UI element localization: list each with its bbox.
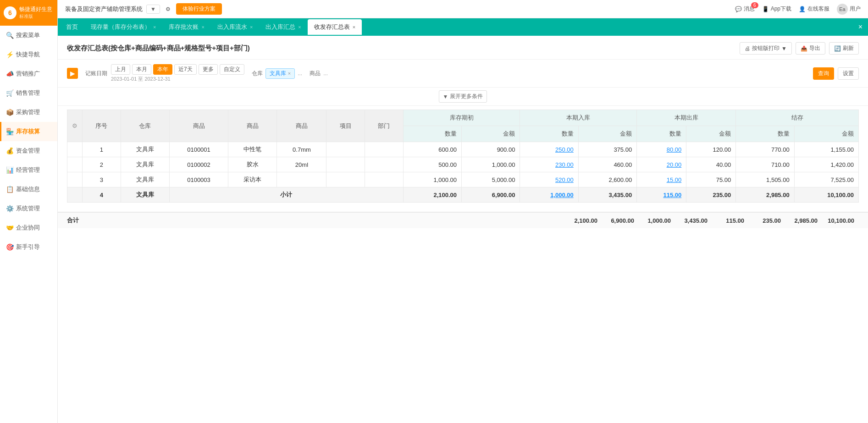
subtotal-close-amt: 10,100.00 bbox=[794, 187, 858, 203]
col-group-in: 本期入库 bbox=[520, 110, 637, 126]
message-badge: 6 bbox=[751, 2, 758, 8]
phone-icon: 📱 bbox=[762, 6, 769, 12]
cell-in-qty[interactable]: 520.00 bbox=[520, 172, 578, 187]
cell-code: 0100002 bbox=[170, 157, 228, 172]
print-icon: 🖨 bbox=[745, 45, 750, 52]
expand-conditions-button[interactable]: ▼ 展开更多条件 bbox=[439, 90, 487, 103]
warehouse-label: 仓库 bbox=[252, 70, 263, 77]
cell-project bbox=[326, 157, 365, 172]
settings-button[interactable]: ⚙ bbox=[164, 4, 172, 14]
cell-dept bbox=[365, 142, 404, 157]
sidebar-item-label: 快捷导航 bbox=[16, 50, 40, 59]
sidebar-item-collab[interactable]: 🤝 企业协同 bbox=[0, 218, 57, 237]
store-icon: 🏪 bbox=[6, 128, 13, 135]
logo-sub: 标准版 bbox=[19, 13, 52, 20]
cell-no: 1 bbox=[83, 142, 121, 157]
sidebar-item-search[interactable]: 🔍 搜索菜单 bbox=[0, 26, 57, 45]
cell-out-qty[interactable]: 15.00 bbox=[637, 172, 686, 187]
date-btn-more[interactable]: 更多 bbox=[199, 64, 218, 75]
warehouse-tag-close[interactable]: × bbox=[288, 71, 291, 76]
sidebar-item-finance[interactable]: 💰 资金管理 bbox=[0, 141, 57, 160]
sidebar-item-purchase[interactable]: 📦 采购管理 bbox=[0, 103, 57, 122]
sidebar-item-sales[interactable]: 🛒 销售管理 bbox=[0, 83, 57, 103]
refresh-button[interactable]: 🔄 刷新 bbox=[829, 42, 859, 55]
date-btn-custom[interactable]: 自定义 bbox=[220, 64, 244, 75]
total-out-amt: 235.00 bbox=[749, 217, 785, 224]
cell-close-qty: 710.00 bbox=[736, 157, 794, 172]
sidebar-item-label: 采购管理 bbox=[16, 108, 40, 116]
tab-inout-summary[interactable]: 出入库汇总 × bbox=[259, 19, 307, 35]
tab-home[interactable]: 首页 bbox=[60, 19, 84, 35]
tab-recv-summary[interactable]: 收发存汇总表 × bbox=[308, 19, 362, 35]
subtotal-in-amt: 3,435.00 bbox=[578, 187, 636, 203]
cell-out-amt: 120.00 bbox=[686, 142, 736, 157]
cell-close-amt: 7,525.00 bbox=[794, 172, 858, 187]
tab-inventory-dist[interactable]: 现存量（库存分布表） × bbox=[84, 19, 162, 35]
sidebar-item-system[interactable]: ⚙️ 系统管理 bbox=[0, 199, 57, 218]
total-out-qty: 115.00 bbox=[712, 217, 749, 224]
tab-close-icon[interactable]: × bbox=[153, 24, 156, 30]
subtotal-out-qty[interactable]: 115.00 bbox=[637, 187, 686, 203]
sidebar-item-basic[interactable]: 📋 基础信息 bbox=[0, 180, 57, 199]
subtotal-warehouse: 文具库 bbox=[121, 187, 170, 203]
chart-icon: 📊 bbox=[6, 166, 13, 174]
sidebar-item-operations[interactable]: 📊 经营管理 bbox=[0, 160, 57, 180]
col-spec: 商品 bbox=[277, 110, 326, 142]
sidebar-item-label: 营销推广 bbox=[16, 70, 40, 78]
cell-in-qty[interactable]: 230.00 bbox=[520, 157, 578, 172]
sidebar-item-guide[interactable]: 🎯 新手引导 bbox=[0, 237, 57, 257]
tab-close-icon[interactable]: × bbox=[201, 24, 204, 30]
cell-open-amt: 5,000.00 bbox=[462, 172, 520, 187]
service-icon: 👤 bbox=[799, 6, 806, 12]
tab-close-active-icon[interactable]: × bbox=[353, 24, 355, 30]
product-more[interactable]: ... bbox=[323, 70, 328, 77]
tab-bar-close[interactable]: × bbox=[855, 21, 866, 33]
cell-close-qty: 770.00 bbox=[736, 142, 794, 157]
export-button[interactable]: 📤 导出 bbox=[796, 42, 825, 55]
date-btn-prev-month[interactable]: 上月 bbox=[111, 64, 130, 75]
table-footer: 合计 2,100.00 6,900.00 1,000.00 3,435.00 1… bbox=[58, 212, 868, 228]
subh-in-qty: 数量 bbox=[520, 126, 578, 142]
subtotal-in-qty[interactable]: 1,000.00 bbox=[520, 187, 578, 203]
top-header: 装备及固定资产辅助管理系统 ▼ ⚙ 体验行业方案 💬 消息 6 📱 App下载 bbox=[58, 0, 868, 18]
cell-out-qty[interactable]: 80.00 bbox=[637, 142, 686, 157]
app-download-label: App下载 bbox=[771, 5, 791, 13]
filter-settings-button[interactable]: 设置 bbox=[838, 67, 859, 80]
cell-out-qty[interactable]: 20.00 bbox=[637, 157, 686, 172]
cell-in-qty[interactable]: 250.00 bbox=[520, 142, 578, 157]
target-icon: 🎯 bbox=[6, 243, 13, 251]
subh-out-amt: 金额 bbox=[686, 126, 736, 142]
cell-open-amt: 1,000.00 bbox=[462, 157, 520, 172]
box-icon: 📦 bbox=[6, 109, 13, 116]
page-header: 收发存汇总表(按仓库+商品编码+商品+规格型号+项目+部门) 🖨 按钮版打印 ▼… bbox=[58, 36, 868, 60]
date-btn-this-month[interactable]: 本月 bbox=[132, 64, 151, 75]
user-item[interactable]: Ea 用户 bbox=[837, 4, 861, 15]
clipboard-icon: 📋 bbox=[6, 186, 13, 193]
date-btn-this-year[interactable]: 本年 bbox=[153, 64, 172, 75]
message-item[interactable]: 💬 消息 6 bbox=[735, 5, 755, 13]
app-download-item[interactable]: 📱 App下载 bbox=[762, 5, 791, 13]
subtotal-open-amt: 6,900.00 bbox=[462, 187, 520, 203]
date-btn-7days[interactable]: 近7天 bbox=[174, 64, 197, 75]
system-selector[interactable]: ▼ bbox=[146, 5, 160, 14]
tab-close-icon[interactable]: × bbox=[250, 24, 253, 30]
sidebar-item-label: 搜索菜单 bbox=[16, 31, 40, 39]
print-button[interactable]: 🖨 按钮版打印 ▼ bbox=[740, 42, 792, 55]
trial-button[interactable]: 体验行业方案 bbox=[176, 3, 222, 15]
sidebar-item-marketing[interactable]: 📣 营销推广 bbox=[0, 64, 57, 83]
filter-toggle[interactable]: ▶ bbox=[67, 68, 78, 79]
tab-close-icon[interactable]: × bbox=[298, 24, 301, 30]
tab-inout-flow[interactable]: 出入库流水 × bbox=[211, 19, 259, 35]
online-service-item[interactable]: 👤 在线客服 bbox=[799, 5, 829, 13]
col-group-out: 本期出库 bbox=[637, 110, 736, 126]
cell-spec: 20ml bbox=[277, 157, 326, 172]
table-settings-icon[interactable]: ⚙ bbox=[72, 122, 77, 129]
warehouse-more[interactable]: ... bbox=[298, 70, 302, 77]
sidebar-logo: 6 畅捷通好生意 标准版 bbox=[0, 0, 57, 26]
tab-batch[interactable]: 库存批次账 × bbox=[162, 19, 210, 35]
sidebar-item-inventory[interactable]: 🏪 库存核算 bbox=[0, 122, 57, 141]
query-button[interactable]: 查询 bbox=[813, 67, 834, 80]
tab-bar: 首页 现存量（库存分布表） × 库存批次账 × 出入库流水 × 出入库汇总 × … bbox=[58, 18, 868, 36]
sidebar-item-label: 新手引导 bbox=[16, 243, 40, 251]
sidebar-item-quicknav[interactable]: ⚡ 快捷导航 bbox=[0, 45, 57, 64]
